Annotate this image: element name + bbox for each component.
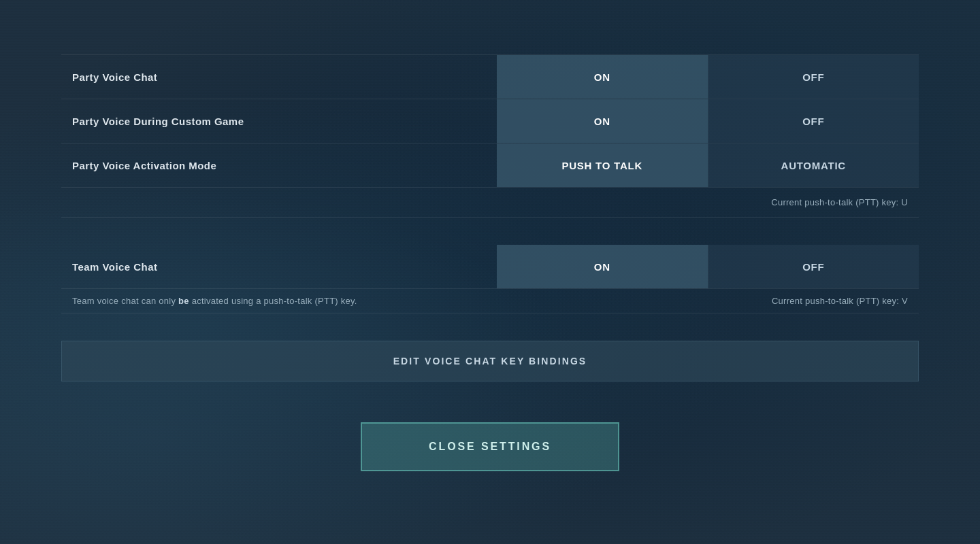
team-voice-chat-on-button[interactable]: On — [497, 245, 708, 288]
settings-container: Party Voice Chat On Off Party Voice Duri… — [61, 0, 919, 471]
party-voice-ptt-button[interactable]: Push to Talk — [497, 143, 708, 187]
close-settings-wrapper: CLOSE SETTINGS — [61, 422, 919, 471]
party-voice-automatic-button[interactable]: Automatic — [708, 143, 919, 187]
team-voice-desc-part2: activated using a push-to-talk (PTT) key… — [189, 296, 357, 306]
team-ptt-hint: Current push-to-talk (PTT) key: V — [772, 296, 908, 306]
team-voice-desc-be: be — [178, 296, 189, 306]
edit-keybindings-button[interactable]: EDIT VOICE CHAT KEY BINDINGS — [61, 341, 919, 381]
party-voice-custom-game-row: Party Voice During Custom Game On Off — [61, 99, 919, 143]
party-voice-custom-game-off-button[interactable]: Off — [708, 99, 919, 143]
party-voice-chat-on-button[interactable]: On — [497, 55, 708, 99]
team-voice-chat-label: Team Voice Chat — [61, 261, 497, 273]
party-voice-activation-label: Party Voice Activation Mode — [61, 160, 497, 171]
team-voice-chat-off-button[interactable]: Off — [708, 245, 919, 288]
team-voice-chat-controls: On Off — [497, 245, 919, 288]
party-voice-chat-row: Party Voice Chat On Off — [61, 54, 919, 99]
party-voice-custom-game-controls: On Off — [497, 99, 919, 143]
settings-section: Party Voice Chat On Off Party Voice Duri… — [61, 54, 919, 381]
team-voice-desc-part1: Team voice chat can only — [72, 296, 178, 306]
spacer — [61, 218, 919, 245]
party-ptt-hint-row: Current push-to-talk (PTT) key: U — [61, 188, 919, 218]
party-voice-chat-controls: On Off — [497, 55, 919, 99]
party-ptt-hint: Current push-to-talk (PTT) key: U — [771, 192, 919, 213]
party-voice-custom-game-on-button[interactable]: On — [497, 99, 708, 143]
party-voice-chat-off-button[interactable]: Off — [708, 55, 919, 99]
close-settings-button[interactable]: CLOSE SETTINGS — [361, 422, 619, 471]
spacer-2 — [61, 313, 919, 341]
party-voice-activation-controls: Push to Talk Automatic — [497, 143, 919, 187]
team-voice-chat-row: Team Voice Chat On Off — [61, 245, 919, 289]
party-voice-activation-row: Party Voice Activation Mode Push to Talk… — [61, 143, 919, 188]
party-voice-chat-label: Party Voice Chat — [61, 71, 497, 83]
team-voice-info-row: Team voice chat can only be activated us… — [61, 289, 919, 313]
party-voice-custom-game-label: Party Voice During Custom Game — [61, 116, 497, 127]
team-voice-description: Team voice chat can only be activated us… — [72, 296, 357, 306]
